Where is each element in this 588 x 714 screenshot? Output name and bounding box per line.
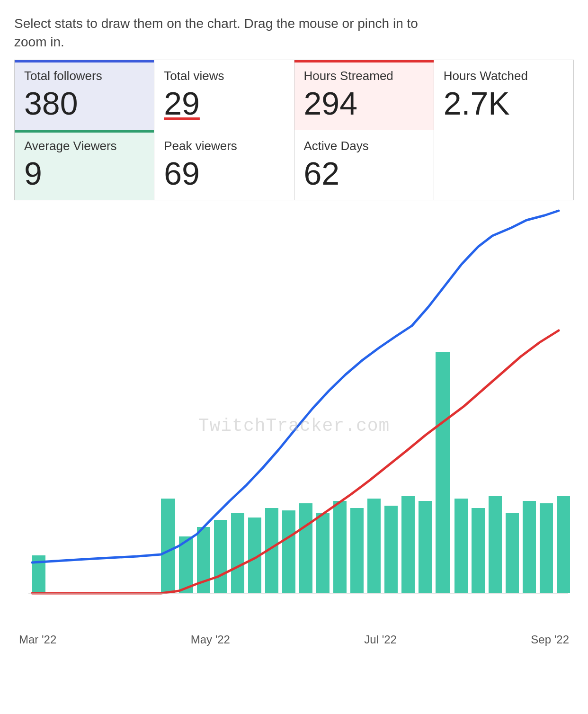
svg-rect-4 xyxy=(214,520,227,593)
svg-rect-8 xyxy=(282,510,295,593)
stat-label-followers: Total followers xyxy=(24,69,144,83)
chart-area[interactable]: TwitchTracker.com xyxy=(14,205,574,646)
stat-value-hours-watched: 2.7K xyxy=(444,87,564,119)
svg-rect-17 xyxy=(436,352,450,593)
stat-hours-watched[interactable]: Hours Watched 2.7K xyxy=(434,60,573,130)
stat-label-avg-viewers: Average Viewers xyxy=(24,139,144,153)
svg-rect-16 xyxy=(419,501,432,593)
x-axis-labels: Mar '22 May '22 Jul '22 Sep '22 xyxy=(14,633,574,646)
svg-rect-23 xyxy=(540,503,553,593)
svg-rect-9 xyxy=(299,503,312,593)
svg-rect-19 xyxy=(472,508,485,593)
stat-label-active-days: Active Days xyxy=(304,139,424,153)
chart-svg[interactable] xyxy=(14,205,574,631)
stat-value-views: 29 xyxy=(164,87,284,119)
stats-row-1: Total followers 380 Total views 29 Hours… xyxy=(15,60,573,130)
instruction-text: Select stats to draw them on the chart. … xyxy=(14,14,574,51)
stat-value-peak-viewers: 69 xyxy=(164,157,284,189)
svg-rect-11 xyxy=(333,501,347,593)
stat-label-hours-watched: Hours Watched xyxy=(444,69,564,83)
stat-active-days[interactable]: Active Days 62 xyxy=(294,130,434,200)
stat-avg-viewers[interactable]: Average Viewers 9 xyxy=(15,130,154,200)
stats-grid: Total followers 380 Total views 29 Hours… xyxy=(14,60,574,200)
svg-rect-20 xyxy=(489,496,502,593)
svg-rect-18 xyxy=(454,499,468,593)
svg-rect-13 xyxy=(367,499,381,593)
svg-rect-1 xyxy=(161,499,175,593)
x-label-jul: Jul '22 xyxy=(364,633,397,646)
stat-value-followers: 380 xyxy=(24,87,144,119)
svg-rect-5 xyxy=(231,513,244,593)
stat-total-views[interactable]: Total views 29 xyxy=(154,60,294,130)
svg-rect-24 xyxy=(557,496,570,593)
svg-rect-10 xyxy=(316,513,330,593)
stat-label-hours-streamed: Hours Streamed xyxy=(304,69,424,83)
x-label-mar: Mar '22 xyxy=(19,633,56,646)
svg-rect-12 xyxy=(350,508,364,593)
stat-label-views: Total views xyxy=(164,69,284,83)
stat-label-peak-viewers: Peak viewers xyxy=(164,139,284,153)
x-label-may: May '22 xyxy=(191,633,230,646)
svg-rect-15 xyxy=(401,496,415,593)
stat-value-active-days: 62 xyxy=(304,157,424,189)
svg-rect-21 xyxy=(506,513,519,593)
stats-row-2: Average Viewers 9 Peak viewers 69 Active… xyxy=(15,130,573,200)
svg-rect-14 xyxy=(384,506,398,593)
stat-total-followers[interactable]: Total followers 380 xyxy=(15,60,154,130)
stat-peak-viewers[interactable]: Peak viewers 69 xyxy=(154,130,294,200)
stat-empty xyxy=(434,130,573,200)
svg-rect-22 xyxy=(523,501,536,593)
stat-value-avg-viewers: 9 xyxy=(24,157,144,189)
x-label-sep: Sep '22 xyxy=(531,633,569,646)
stat-value-hours-streamed: 294 xyxy=(304,87,424,119)
stat-hours-streamed[interactable]: Hours Streamed 294 xyxy=(294,60,434,130)
